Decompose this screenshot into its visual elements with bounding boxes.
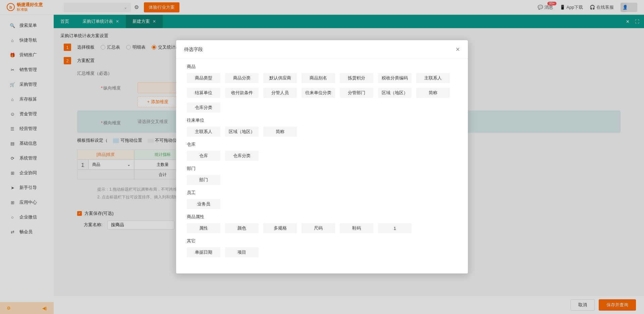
group-title: 部门 bbox=[187, 166, 457, 172]
field-chip[interactable]: 仓库分类 bbox=[187, 103, 220, 113]
field-chip[interactable]: 简称 bbox=[263, 127, 297, 137]
field-chip[interactable]: 业务员 bbox=[187, 199, 220, 209]
field-chip[interactable]: 结算单位 bbox=[187, 88, 220, 98]
field-chip[interactable]: 单据日期 bbox=[187, 247, 220, 257]
field-chip[interactable]: 部门 bbox=[187, 175, 220, 185]
field-chip[interactable]: 主联系人 bbox=[416, 73, 450, 83]
field-chip[interactable]: 税收分类编码 bbox=[378, 73, 412, 83]
field-chip[interactable]: 颜色 bbox=[225, 223, 259, 233]
field-chip[interactable]: 区域（地区） bbox=[378, 88, 412, 98]
fields-modal: 待选字段 ✕ 商品商品类型商品分类默认供应商商品别名拣货积分税收分类编码主联系人… bbox=[176, 40, 468, 273]
field-chip[interactable]: 往来单位分类 bbox=[302, 88, 335, 98]
field-chip[interactable]: 拣货积分 bbox=[340, 73, 373, 83]
field-group: 往来单位主联系人区域（地区）简称 bbox=[187, 117, 457, 137]
field-chip[interactable]: 商品类型 bbox=[187, 73, 220, 83]
field-chip[interactable]: 主联系人 bbox=[187, 127, 220, 137]
field-chip[interactable]: 仓库分类 bbox=[225, 151, 259, 161]
modal-body: 商品商品类型商品分类默认供应商商品别名拣货积分税收分类编码主联系人结算单位收付款… bbox=[176, 59, 468, 267]
field-chip[interactable]: 商品分类 bbox=[225, 73, 259, 83]
modal-title: 待选字段 bbox=[184, 47, 203, 53]
field-group: 员工业务员 bbox=[187, 190, 457, 209]
field-chip[interactable]: 分管人员 bbox=[263, 88, 297, 98]
field-chip[interactable]: 区域（地区） bbox=[225, 127, 259, 137]
field-chip[interactable]: 鞋码 bbox=[340, 223, 373, 233]
field-chip[interactable]: 简称 bbox=[416, 88, 450, 98]
field-chip[interactable]: 多规格 bbox=[263, 223, 297, 233]
field-chip[interactable]: 默认供应商 bbox=[263, 73, 297, 83]
field-group: 商品属性属性颜色多规格尺码鞋码1 bbox=[187, 214, 457, 233]
field-chip[interactable]: 仓库 bbox=[187, 151, 220, 161]
group-title: 其它 bbox=[187, 238, 457, 244]
group-title: 商品属性 bbox=[187, 214, 457, 220]
field-chip[interactable]: 1 bbox=[378, 223, 412, 233]
group-title: 商品 bbox=[187, 64, 457, 70]
field-chip[interactable]: 商品别名 bbox=[302, 73, 335, 83]
field-chip[interactable]: 尺码 bbox=[302, 223, 335, 233]
field-chip[interactable]: 分管部门 bbox=[340, 88, 373, 98]
field-chip[interactable]: 属性 bbox=[187, 223, 220, 233]
modal-header: 待选字段 ✕ bbox=[176, 40, 468, 59]
field-group: 部门部门 bbox=[187, 166, 457, 185]
close-icon[interactable]: ✕ bbox=[455, 46, 460, 53]
field-group: 其它单据日期项目 bbox=[187, 238, 457, 257]
group-title: 往来单位 bbox=[187, 117, 457, 123]
field-group: 商品商品类型商品分类默认供应商商品别名拣货积分税收分类编码主联系人结算单位收付款… bbox=[187, 64, 457, 113]
group-title: 仓库 bbox=[187, 141, 457, 147]
group-title: 员工 bbox=[187, 190, 457, 196]
field-group: 仓库仓库仓库分类 bbox=[187, 141, 457, 161]
field-chip[interactable]: 项目 bbox=[225, 247, 259, 257]
field-chip[interactable]: 收付款条件 bbox=[225, 88, 259, 98]
